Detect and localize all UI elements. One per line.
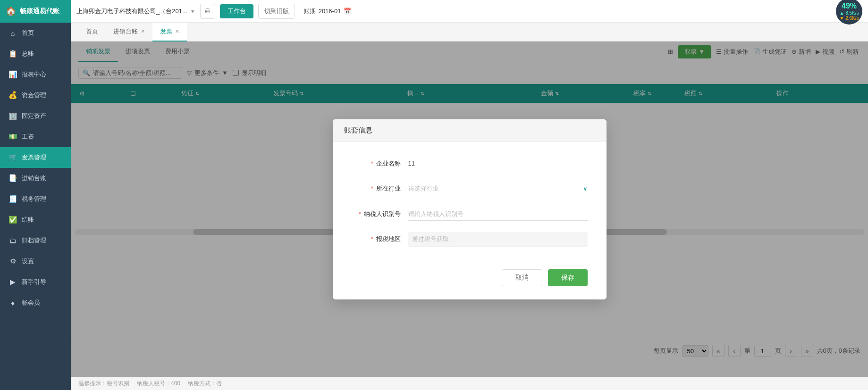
content-area: 销项发票 进项发票 费用小票 ⊞ 取票 ▼ ☰ bbox=[71, 41, 868, 377]
sidebar-item-label: 资金管理 bbox=[22, 91, 46, 100]
sidebar-item-tax-mgmt[interactable]: 🧾 税务管理 bbox=[0, 189, 71, 209]
cancel-button[interactable]: 取消 bbox=[502, 269, 542, 286]
tab-invoice-close[interactable]: ✕ bbox=[175, 28, 179, 34]
sidebar-item-label: 畅会员 bbox=[22, 299, 40, 307]
ledger-icon: 📋 bbox=[8, 50, 17, 58]
tax-id-input[interactable] bbox=[408, 207, 588, 221]
network-speeds: ▲ 8.5K/s ▼ 2.6K/s bbox=[839, 10, 859, 21]
settlement-icon: ✅ bbox=[8, 216, 17, 224]
sidebar-item-label: 固定资产 bbox=[22, 112, 46, 120]
industry-select[interactable]: 请选择行业 ∨ bbox=[408, 182, 588, 196]
sidebar-item-label: 工资 bbox=[22, 133, 34, 141]
capital-icon: 💰 bbox=[8, 91, 17, 100]
assets-icon: 🏢 bbox=[8, 112, 17, 120]
nav-tabs: 首页 进销台账 ✕ 发票 ✕ bbox=[71, 23, 868, 41]
sidebar-item-label: 税务管理 bbox=[22, 195, 46, 203]
sidebar-item-home[interactable]: ⌂ 首页 bbox=[0, 23, 71, 43]
sidebar-item-reports[interactable]: 📊 报表中心 bbox=[0, 64, 71, 85]
company-name-input[interactable] bbox=[408, 157, 588, 170]
topbar: 上海卯金刀电子科技有限公司_（台201... ▼ 🏛 工作台 切到旧版 账期 2… bbox=[71, 0, 868, 23]
sidebar-item-label: 归档管理 bbox=[22, 236, 46, 245]
period-value: 2016-01 bbox=[319, 8, 341, 15]
industry-placeholder: 请选择行业 bbox=[408, 184, 439, 193]
tax-id-required: * bbox=[359, 210, 361, 217]
old-version-button[interactable]: 切到旧版 bbox=[258, 4, 295, 19]
sidebar-item-label: 设置 bbox=[22, 257, 34, 266]
member-icon: ♦ bbox=[8, 299, 17, 307]
company-name: 上海卯金刀电子科技有限公司_（台201... bbox=[76, 7, 187, 16]
sidebar-item-archive[interactable]: 🗂 归档管理 bbox=[0, 230, 71, 251]
workbench-label: 工作台 bbox=[228, 8, 246, 15]
sidebar-item-settlement[interactable]: ✅ 结账 bbox=[0, 209, 71, 230]
salary-icon: 💵 bbox=[8, 133, 17, 141]
building-icon: 🏛 bbox=[204, 8, 211, 15]
status-detail: 纳税人税号：400 bbox=[137, 380, 180, 388]
network-percent: 49% bbox=[842, 2, 857, 10]
company-selector[interactable]: 上海卯金刀电子科技有限公司_（台201... ▼ bbox=[76, 7, 195, 16]
guide-icon: ▶ bbox=[8, 278, 17, 286]
modal-footer: 取消 保存 bbox=[333, 269, 607, 299]
logo-icon: 🏠 bbox=[6, 6, 16, 17]
sidebar-item-label: 新手引导 bbox=[22, 278, 46, 286]
sidebar-item-salary[interactable]: 💵 工资 bbox=[0, 126, 71, 147]
tab-invoice[interactable]: 发票 ✕ bbox=[152, 23, 187, 41]
sidebar-item-label: 总账 bbox=[22, 50, 34, 58]
modal-title: 账套信息 bbox=[344, 126, 372, 134]
company-name-row: * 企业名称 bbox=[352, 157, 588, 170]
tax-id-row: * 纳税人识别号 bbox=[352, 207, 588, 221]
sidebar-item-member[interactable]: ♦ 畅会员 bbox=[0, 292, 71, 313]
industry-label: * 所在行业 bbox=[352, 184, 408, 193]
company-name-required: * bbox=[371, 160, 373, 167]
upload-speed: ▲ 8.5K/s bbox=[839, 10, 859, 16]
modal-body: * 企业名称 * 所在行业 请选择行业 bbox=[333, 142, 607, 269]
tax-mgmt-icon: 🧾 bbox=[8, 195, 17, 203]
tax-region-required: * bbox=[371, 235, 373, 242]
sidebar-item-label: 进销台账 bbox=[22, 174, 46, 183]
sidebar-item-label: 结账 bbox=[22, 216, 34, 224]
tax-region-row: * 报税地区 通过税号获取 bbox=[352, 232, 588, 247]
modal-header: 账套信息 bbox=[333, 119, 607, 142]
save-button[interactable]: 保存 bbox=[548, 269, 588, 286]
app-logo: 🏠 畅康通易代账 bbox=[0, 0, 71, 23]
calendar-icon[interactable]: 📅 bbox=[344, 8, 351, 15]
account-info-modal: 账套信息 * 企业名称 bbox=[333, 119, 607, 299]
status-extra: 纳税方式：否 bbox=[188, 380, 222, 388]
industry-dropdown-icon: ∨ bbox=[583, 185, 588, 192]
reports-icon: 📊 bbox=[8, 70, 17, 79]
tax-region-label: * 报税地区 bbox=[352, 235, 408, 243]
tax-id-label: * 纳税人识别号 bbox=[352, 210, 408, 218]
period-display: 账期 2016-01 📅 bbox=[303, 7, 352, 16]
logo-text: 畅康通易代账 bbox=[20, 7, 59, 16]
sidebar-item-label: 报表中心 bbox=[22, 70, 46, 79]
tab-home[interactable]: 首页 bbox=[78, 23, 106, 41]
tax-region-readonly: 通过税号获取 bbox=[408, 232, 588, 247]
invoice-mgmt-icon: 🛒 bbox=[8, 153, 17, 162]
sidebar: 🏠 畅康通易代账 ⌂ 首页 📋 总账 📊 报表中心 💰 资金管理 🏢 固 bbox=[0, 0, 71, 390]
company-name-label: * 企业名称 bbox=[352, 159, 408, 168]
company-icon-button[interactable]: 🏛 bbox=[200, 4, 215, 19]
industry-required: * bbox=[371, 185, 373, 192]
status-left: 温馨提示：税号识别 bbox=[78, 380, 129, 388]
sidebar-item-guide[interactable]: ▶ 新手引导 bbox=[0, 272, 71, 292]
purchase-sale-icon: 📑 bbox=[8, 174, 17, 183]
tab-invoice-label: 发票 bbox=[160, 27, 172, 36]
status-bar: 温馨提示：税号识别 纳税人税号：400 纳税方式：否 bbox=[71, 377, 868, 390]
sidebar-item-settings[interactable]: ⚙ 设置 bbox=[0, 251, 71, 272]
sidebar-item-ledger[interactable]: 📋 总账 bbox=[0, 43, 71, 64]
sidebar-item-assets[interactable]: 🏢 固定资产 bbox=[0, 106, 71, 126]
sidebar-item-purchase-sale[interactable]: 📑 进销台账 bbox=[0, 168, 71, 189]
archive-icon: 🗂 bbox=[8, 237, 17, 245]
tab-purchase-sale-close[interactable]: ✕ bbox=[141, 28, 145, 34]
industry-row: * 所在行业 请选择行业 ∨ bbox=[352, 182, 588, 196]
sidebar-item-invoice-mgmt[interactable]: 🛒 发票管理 bbox=[0, 147, 71, 168]
workbench-button[interactable]: 工作台 bbox=[220, 4, 253, 18]
tab-home-label: 首页 bbox=[86, 27, 98, 36]
home-icon: ⌂ bbox=[8, 29, 17, 37]
tab-purchase-sale[interactable]: 进销台账 ✕ bbox=[106, 23, 152, 41]
old-version-label: 切到旧版 bbox=[264, 8, 289, 15]
sidebar-item-capital[interactable]: 💰 资金管理 bbox=[0, 85, 71, 106]
company-dropdown-arrow: ▼ bbox=[190, 8, 195, 14]
main-content: 上海卯金刀电子科技有限公司_（台201... ▼ 🏛 工作台 切到旧版 账期 2… bbox=[71, 0, 868, 390]
modal-overlay: 账套信息 * 企业名称 bbox=[71, 41, 868, 377]
sidebar-item-label: 首页 bbox=[22, 29, 34, 37]
